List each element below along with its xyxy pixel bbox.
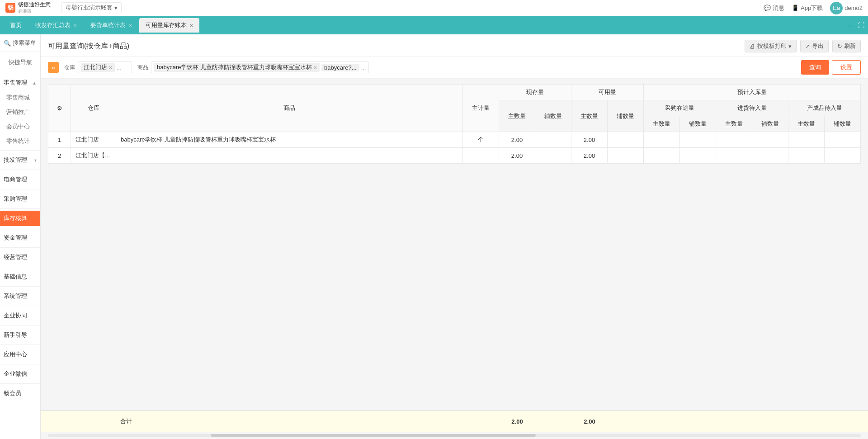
avatar: Ea (830, 2, 843, 14)
app-download-button[interactable]: 📱 App下载 (792, 4, 823, 12)
sidebar-item-retail-stats[interactable]: 零售统计 (0, 134, 40, 148)
total-stock-main: 2.00 (499, 415, 535, 428)
tab-available-inventory-close[interactable]: ✕ (189, 23, 193, 28)
sidebar-section-ecommerce: 电商管理 (0, 170, 40, 189)
procurement-sub-header: 辅数量 (680, 116, 716, 132)
available-group-header: 可用量 (571, 85, 644, 100)
gear-column-header[interactable]: ⚙ (48, 85, 71, 132)
row-inbound-sub (752, 148, 788, 164)
table-row: 1 江北门店 babycare学饮杯 儿童防摔防撞吸管杯重力球吸嘴杯宝宝水杯 个… (48, 132, 861, 148)
row-stock-main: 2.00 (499, 132, 535, 148)
caret-icon: ▲ (32, 80, 37, 85)
sidebar-item-operations[interactable]: 经营管理 (0, 250, 40, 265)
sidebar-item-enterprise[interactable]: 企业协同 (0, 308, 40, 323)
row-inbound-sub (752, 132, 788, 148)
sidebar-item-retail-mall[interactable]: 零售商城 (0, 90, 40, 105)
total-product-cell: 合计 (116, 415, 463, 428)
logo-icon: 畅 (5, 3, 15, 13)
tab-order-summary-close[interactable]: ✕ (128, 23, 132, 28)
product-tag-1: babycare学饮杯 儿童防摔防撞吸管杯重力球吸嘴杯宝宝水杯 ✕ (154, 63, 320, 72)
sidebar-item-wholesale[interactable]: 批发管理 ▾ (0, 152, 40, 168)
sidebar-item-inventory[interactable]: 库存核算 (0, 211, 40, 226)
product-expand-dots[interactable]: ... (361, 64, 366, 71)
row-product-main (788, 132, 825, 148)
tab-receive-summary[interactable]: 收发存汇总表 ✕ (29, 18, 83, 33)
inventory-table: ⚙ 仓库 商品 主计量 现存量 (48, 84, 861, 164)
filter-actions: 查询 设置 (801, 60, 861, 75)
filter-toggle-button[interactable]: » (48, 62, 59, 73)
message-button[interactable]: 💬 消息 (764, 4, 784, 12)
tab-available-inventory[interactable]: 可用量库存账本 ✕ (139, 18, 199, 33)
warehouse-tag-close[interactable]: ✕ (108, 65, 112, 70)
row-proc-main (644, 132, 680, 148)
export-icon: ↗ (805, 43, 810, 50)
sidebar-item-retail-management[interactable]: 零售管理 ▲ (0, 75, 40, 90)
product-tag-2: babycare?... (321, 64, 359, 71)
sidebar-item-system[interactable]: 系统管理 (0, 288, 40, 304)
top-bar-right: 💬 消息 📱 App下载 Ea demo2 (764, 2, 863, 14)
chevron-down-icon: ▾ (114, 5, 118, 11)
sidebar: 🔍 搜索菜单 快捷导航 零售管理 ▲ 零售商城 营销推广 会员中心 零售统计 (0, 34, 41, 439)
user-menu[interactable]: Ea demo2 (830, 2, 863, 14)
sidebar-item-marketing[interactable]: 营销推广 (0, 105, 40, 119)
sidebar-section-member: 畅会员 (0, 384, 40, 403)
scrollbar-thumb[interactable] (211, 434, 536, 437)
sidebar-item-quick-nav[interactable]: 快捷导航 (0, 56, 40, 69)
row-product-sub (825, 148, 861, 164)
print-icon: 🖨 (750, 43, 755, 50)
sidebar-item-member[interactable]: 畅会员 (0, 386, 40, 401)
row-product: babycare学饮杯 儿童防摔防撞吸管杯重力球吸嘴杯宝宝水杯 (116, 132, 463, 148)
product-filter-field: 商品 babycare学饮杯 儿童防摔防撞吸管杯重力球吸嘴杯宝宝水杯 ✕ bab… (137, 61, 369, 73)
sidebar-item-newbie[interactable]: 新手引导 (0, 327, 40, 343)
sidebar-section-enterprise: 企业协同 (0, 306, 40, 326)
product-main-header: 主数量 (788, 116, 825, 132)
tab-receive-summary-close[interactable]: ✕ (73, 23, 77, 28)
horizontal-scrollbar[interactable] (41, 432, 868, 439)
warehouse-expand-dots[interactable]: ... (117, 64, 122, 71)
footer-total-row: 合计 2.00 2.00 (41, 410, 868, 432)
sidebar-section-app-center: 应用中心 (0, 345, 40, 364)
export-button[interactable]: ↗ 导出 (800, 40, 829, 52)
total-available-sub (608, 415, 644, 428)
product-tag-1-close[interactable]: ✕ (313, 65, 317, 70)
scrollbar-track (48, 434, 861, 437)
total-label-cell (48, 415, 71, 428)
minimize-icon[interactable]: — (848, 22, 854, 29)
tab-order-summary[interactable]: 要货单统计表 ✕ (84, 18, 138, 33)
sidebar-item-wechat[interactable]: 企业微信 (0, 366, 40, 382)
product-tag-container[interactable]: babycare学饮杯 儿童防摔防撞吸管杯重力球吸嘴杯宝宝水杯 ✕ babyca… (151, 61, 369, 73)
sidebar-item-app-center[interactable]: 应用中心 (0, 347, 40, 362)
settings-button[interactable]: 设置 (832, 60, 861, 75)
tab-home[interactable]: 首页 (4, 18, 28, 33)
sidebar-item-member-center[interactable]: 会员中心 (0, 119, 40, 134)
available-sub-qty-header: 辅数量 (608, 100, 644, 132)
maximize-icon[interactable]: ⛶ (858, 22, 864, 29)
tab-order-summary-label: 要货单统计表 (90, 21, 126, 29)
sidebar-section-wholesale: 批发管理 ▾ (0, 151, 40, 170)
industry-selector[interactable]: 母婴行业演示账套 ▾ (61, 2, 122, 13)
warehouse-label: 仓库 (64, 64, 75, 71)
sidebar-item-ecommerce[interactable]: 电商管理 (0, 172, 40, 187)
row-stock-sub (535, 148, 571, 164)
row-warehouse: 江北门店 (71, 132, 116, 148)
sidebar-section-operations: 经营管理 (0, 248, 40, 267)
logo-sub: 标准版 (18, 8, 51, 14)
row-available-main: 2.00 (571, 148, 608, 164)
warehouse-tag-container[interactable]: 江北门店 ✕ ... (78, 61, 132, 73)
refresh-button[interactable]: ↻ 刷新 (832, 40, 861, 52)
top-bar: 畅 畅捷通好生意 标准版 母婴行业演示账套 ▾ 💬 消息 📱 App下载 Ea … (0, 0, 868, 16)
sidebar-section-basics: 基础信息 (0, 267, 40, 287)
row-inbound-main (716, 148, 752, 164)
total-available-main: 2.00 (571, 415, 608, 428)
row-available-main: 2.00 (571, 132, 608, 148)
sidebar-search[interactable]: 🔍 搜索菜单 (0, 34, 40, 52)
total-warehouse-cell (71, 415, 116, 428)
query-button[interactable]: 查询 (801, 60, 829, 75)
sidebar-item-basics[interactable]: 基础信息 (0, 269, 40, 284)
product-sub-header: 辅数量 (825, 116, 861, 132)
sidebar-item-finance[interactable]: 资金管理 (0, 230, 40, 245)
total-unit-cell (463, 415, 499, 428)
row-inbound-main (716, 132, 752, 148)
template-print-button[interactable]: 🖨 按模板打印 ▾ (745, 40, 797, 52)
sidebar-item-procurement[interactable]: 采购管理 (0, 191, 40, 207)
